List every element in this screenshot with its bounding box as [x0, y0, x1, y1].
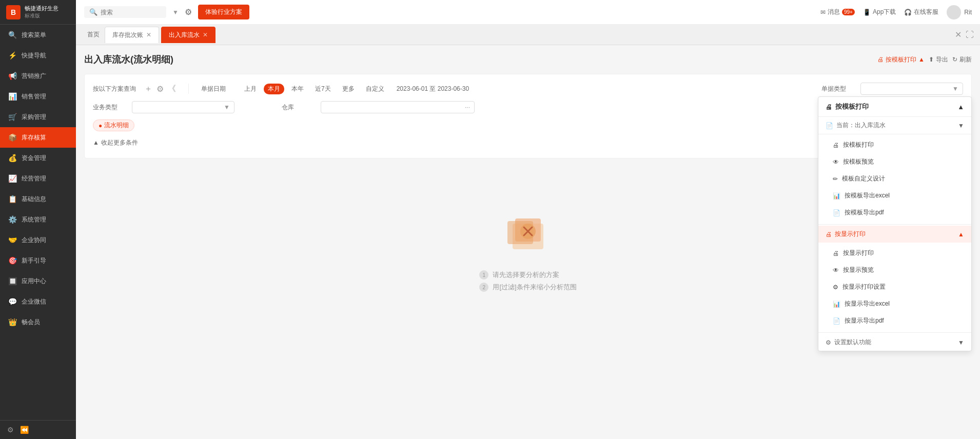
dropdown-item-template-pdf[interactable]: 📄 按模板导出pdf	[818, 204, 971, 221]
sidebar-item-purchase[interactable]: 🛒 采购管理	[0, 107, 76, 127]
empty-hints: 1 请先选择要分析的方案 2 用[过滤]条件来缩小分析范围	[479, 270, 576, 295]
default-section-chevron: ▼	[958, 339, 964, 346]
tab-expand-icon[interactable]: ⛶	[966, 30, 974, 39]
sidebar-item-inventory[interactable]: 📦 库存核算	[0, 127, 76, 148]
dropdown-item-template-excel[interactable]: 📊 按模板导出excel	[818, 187, 971, 204]
app-download-button[interactable]: 📱 App下载	[863, 8, 896, 16]
sidebar-logo: B 畅捷通好生意 标准版	[0, 0, 76, 25]
template-design-label: 模板自定义设计	[842, 174, 885, 183]
print-template-button[interactable]: 🖨 按模板打印 ▲	[877, 55, 925, 64]
sidebar-label-collab: 企业协同	[22, 236, 46, 245]
sidebar-item-search[interactable]: 🔍 搜索菜单	[0, 25, 76, 45]
sidebar-item-sales[interactable]: 📊 销售管理	[0, 86, 76, 107]
sidebar-label-sales: 销售管理	[22, 92, 46, 101]
filter-add-icon[interactable]: ＋	[144, 84, 152, 94]
filter-tag-this-year[interactable]: 本年	[287, 84, 308, 94]
collapse-filter-button[interactable]: ▲ 收起更多条件	[93, 138, 138, 147]
display-section: 🖨 按显示打印 👁 按显示预览 ⚙ 按显示打印设置 📊 按显示导出excel 📄	[818, 243, 971, 331]
sidebar-label-apps: 应用中心	[22, 277, 46, 286]
user-profile-button[interactable]: Rit	[947, 5, 972, 19]
filter-tag-last-month[interactable]: 上月	[240, 84, 261, 94]
flow-detail-tag[interactable]: ● 流水明细	[93, 119, 134, 131]
sidebar-item-marketing[interactable]: 📢 营销推广	[0, 66, 76, 86]
current-indicator-icon: 📄	[826, 122, 833, 129]
filter-warehouse-select[interactable]: ···	[321, 101, 475, 113]
collapse-icon[interactable]: ⏪	[20, 426, 29, 434]
sidebar-item-collab[interactable]: 🤝 企业协同	[0, 230, 76, 250]
filter-tag-this-month[interactable]: 本月	[264, 84, 284, 94]
sidebar-item-member[interactable]: 👑 畅会员	[0, 312, 76, 332]
filter-action-icons: ＋ ⚙ 《	[144, 84, 176, 94]
dropdown-item-display-excel[interactable]: 📊 按显示导出excel	[818, 295, 971, 312]
filter-tag-custom[interactable]: 自定义	[362, 84, 388, 94]
tab-flow-close-icon[interactable]: ✕	[203, 31, 208, 38]
tab-batch-close-icon[interactable]: ✕	[146, 31, 151, 38]
sidebar-item-finance[interactable]: 💰 资金管理	[0, 148, 76, 168]
filter-tag-7days[interactable]: 近7天	[311, 84, 335, 94]
tab-batch-account[interactable]: 库存批次账 ✕	[105, 27, 159, 43]
home-tab-label: 首页	[87, 30, 100, 39]
sidebar-item-system[interactable]: ⚙️ 系统管理	[0, 209, 76, 230]
dropdown-title: 按模板打印	[835, 102, 869, 111]
dropdown-display-section-header[interactable]: 🖨 按显示打印 ▲	[818, 226, 971, 243]
search-input[interactable]	[101, 9, 152, 16]
dropdown-default-section-header[interactable]: ⚙ 设置默认功能 ▼	[818, 334, 971, 351]
tab-flow[interactable]: 出入库流水 ✕	[161, 27, 215, 43]
dropdown-header[interactable]: 🖨 按模板打印 ▲	[818, 97, 971, 117]
sidebar-icon-purchase: 🛒	[7, 112, 17, 122]
tab-close-all-icon[interactable]: ✕	[955, 30, 962, 39]
template-design-icon: ✏	[833, 175, 838, 183]
topbar: 🔍 ▼ ⚙ 体验行业方案 ✉ 消息 99+ 📱 App下载 🎧 在线客服 Rit	[76, 0, 980, 25]
template-preview-label: 按模板预览	[843, 157, 874, 166]
dropdown-item-template-print[interactable]: 🖨 按模板打印	[818, 136, 971, 153]
sidebar-icon-basic: 📋	[7, 194, 17, 204]
dropdown-item-display-preview[interactable]: 👁 按显示预览	[818, 262, 971, 278]
app-download-label: App下载	[873, 8, 896, 16]
dropdown-item-display-pdf[interactable]: 📄 按显示导出pdf	[818, 312, 971, 329]
filter-doc-type-chevron: ▼	[952, 85, 958, 92]
sidebar-label-member: 畅会员	[22, 318, 40, 327]
filter-tag-more[interactable]: 更多	[338, 84, 359, 94]
sidebar-item-apps[interactable]: 🔲 应用中心	[0, 271, 76, 291]
sidebar-icon-system: ⚙️	[7, 214, 17, 225]
filter-doc-type-select[interactable]: ▼	[860, 83, 963, 95]
sidebar-item-wechat[interactable]: 💬 企业微信	[0, 291, 76, 312]
sidebar-item-quicknav[interactable]: ⚡ 快捷导航	[0, 45, 76, 66]
flow-tag-label: 流水明细	[104, 121, 129, 130]
settings-icon[interactable]: ⚙	[7, 426, 14, 434]
filter-doc-type-label: 单据类型	[821, 85, 852, 93]
sidebar-icon-search: 🔍	[7, 30, 17, 40]
online-service-button[interactable]: 🎧 在线客服	[904, 8, 938, 16]
sidebar-item-basic[interactable]: 📋 基础信息	[0, 189, 76, 209]
sidebar-item-guide[interactable]: 🎯 新手引导	[0, 250, 76, 271]
filter-settings-icon[interactable]: ⚙	[156, 84, 164, 94]
export-button[interactable]: ⬆ 导出	[929, 55, 948, 64]
display-section-icon: 🖨	[826, 231, 832, 238]
collapse-label: 收起更多条件	[101, 138, 138, 147]
dropdown-item-template-preview[interactable]: 👁 按模板预览	[818, 153, 971, 170]
sidebar-item-operation[interactable]: 📈 经营管理	[0, 168, 76, 189]
search-dropdown-icon[interactable]: ▼	[172, 9, 179, 16]
tabs-bar: 首页 库存批次账 ✕ 出入库流水 ✕ ✕ ⛶	[76, 25, 980, 45]
trial-industry-button[interactable]: 体验行业方案	[198, 5, 249, 19]
filter-collapse-left-icon[interactable]: 《	[168, 84, 176, 94]
template-section: 🖨 按模板打印 👁 按模板预览 ✏ 模板自定义设计 📊 按模板导出excel 📄	[818, 134, 971, 223]
topbar-gear-icon[interactable]: ⚙	[185, 7, 192, 17]
sidebar-label-finance: 资金管理	[22, 154, 46, 163]
refresh-button[interactable]: ↻ 刷新	[952, 55, 972, 64]
headset-icon: 🎧	[904, 9, 912, 16]
tab-home[interactable]: 首页	[82, 27, 105, 43]
template-print-icon: 🖨	[833, 142, 839, 149]
dropdown-header-chevron: ▲	[957, 103, 964, 111]
sidebar-icon-marketing: 📢	[7, 71, 17, 81]
filter-biz-select[interactable]: ▼	[132, 101, 234, 113]
dropdown-item-display-settings[interactable]: ⚙ 按显示打印设置	[818, 278, 971, 295]
dropdown-current-label: 当前：出入库流水	[836, 121, 886, 130]
messages-button[interactable]: ✉ 消息 99+	[820, 8, 855, 16]
dropdown-item-template-design[interactable]: ✏ 模板自定义设计	[818, 170, 971, 187]
topbar-search-box[interactable]: 🔍	[84, 6, 166, 18]
topbar-right-area: ✉ 消息 99+ 📱 App下载 🎧 在线客服 Rit	[820, 5, 972, 19]
dropdown-item-display-print[interactable]: 🖨 按显示打印	[818, 245, 971, 262]
print-icon: 🖨	[877, 56, 884, 63]
hint-text-1: 请先选择要分析的方案	[493, 270, 559, 280]
